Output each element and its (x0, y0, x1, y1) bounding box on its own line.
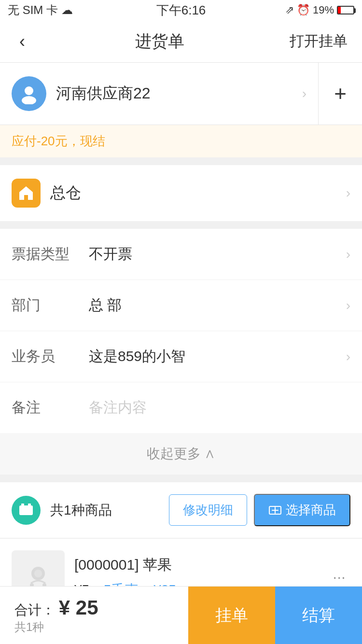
supplier-avatar (12, 76, 46, 111)
hang-button[interactable]: 挂单 (188, 587, 275, 644)
open-hang-button[interactable]: 打开挂单 (290, 31, 348, 51)
supplier-notice: 应付-20元，现结 (0, 125, 362, 157)
signal-text: 无 SIM 卡 ☁ (8, 2, 73, 18)
svg-rect-3 (21, 504, 24, 506)
warehouse-name: 总仓 (50, 182, 346, 204)
chevron-right-icon: › (346, 298, 350, 313)
svg-point-7 (34, 570, 42, 577)
invoice-type-value: 不开票 (79, 244, 346, 264)
back-button[interactable]: ‹ (14, 27, 30, 56)
chevron-right-icon: › (302, 86, 306, 101)
product-count-icon (12, 496, 41, 525)
total-label: 合计： (14, 602, 55, 617)
department-row[interactable]: 部门 总 部 › (0, 280, 362, 331)
location-icon: ⇗ (285, 4, 294, 16)
department-label: 部门 (12, 295, 79, 315)
invoice-type-row[interactable]: 票据类型 不开票 › (0, 229, 362, 280)
remark-label: 备注 (12, 398, 79, 418)
battery-icon (337, 6, 354, 14)
salesperson-label: 业务员 (12, 347, 79, 366)
product-header: 共1种商品 修改明细 选择商品 (0, 482, 362, 538)
department-value: 总 部 (79, 295, 346, 315)
page-title: 进货单 (135, 30, 184, 53)
add-supplier-button[interactable]: + (319, 63, 362, 125)
footer-total: 合计： ¥ 25 共1种 (0, 596, 188, 635)
select-product-button[interactable]: 选择商品 (254, 494, 350, 526)
total-sub: 共1种 (14, 619, 174, 635)
product-name: [0000001] 苹果 (74, 555, 328, 575)
status-time: 下午6:16 (156, 2, 206, 19)
edit-detail-button[interactable]: 修改明细 (169, 494, 247, 526)
svg-point-0 (25, 86, 33, 95)
remark-value: 备注内容 (79, 398, 350, 418)
form-section: 票据类型 不开票 › 部门 总 部 › 业务员 这是859的小智 › 备注 备注… (0, 229, 362, 433)
svg-rect-2 (19, 505, 33, 515)
salesperson-row[interactable]: 业务员 这是859的小智 › (0, 331, 362, 382)
chevron-right-icon: › (346, 349, 350, 364)
warehouse-icon (12, 179, 41, 208)
select-product-label: 选择商品 (286, 502, 336, 518)
status-left: 无 SIM 卡 ☁ (8, 2, 73, 18)
status-bar: 无 SIM 卡 ☁ 下午6:16 ⇗ ⏰ 19% (0, 0, 362, 20)
collapse-button[interactable]: 收起更多 ∧ (0, 433, 362, 475)
invoice-type-label: 票据类型 (12, 244, 79, 264)
remark-row[interactable]: 备注 备注内容 (0, 382, 362, 433)
total-amount: ¥ 25 (59, 596, 98, 619)
product-count-text: 共1种商品 (50, 501, 169, 519)
salesperson-value: 这是859的小智 (79, 347, 346, 366)
status-right: ⇗ ⏰ 19% (285, 4, 354, 16)
warehouse-row[interactable]: 总仓 › (0, 165, 362, 221)
footer: 合计： ¥ 25 共1种 挂单 结算 (0, 586, 362, 644)
supplier-selector[interactable]: 河南供应商22 › (0, 63, 319, 125)
alarm-icon: ⏰ (297, 4, 310, 16)
chevron-right-icon: › (346, 185, 350, 201)
svg-rect-4 (28, 504, 31, 506)
svg-point-1 (22, 96, 36, 104)
supplier-name: 河南供应商22 (56, 83, 302, 104)
battery-text: 19% (313, 4, 334, 16)
supplier-section: 河南供应商22 › + (0, 63, 362, 125)
nav-bar: ‹ 进货单 打开挂单 (0, 20, 362, 63)
chevron-right-icon: › (346, 247, 350, 262)
checkout-button[interactable]: 结算 (275, 587, 362, 644)
